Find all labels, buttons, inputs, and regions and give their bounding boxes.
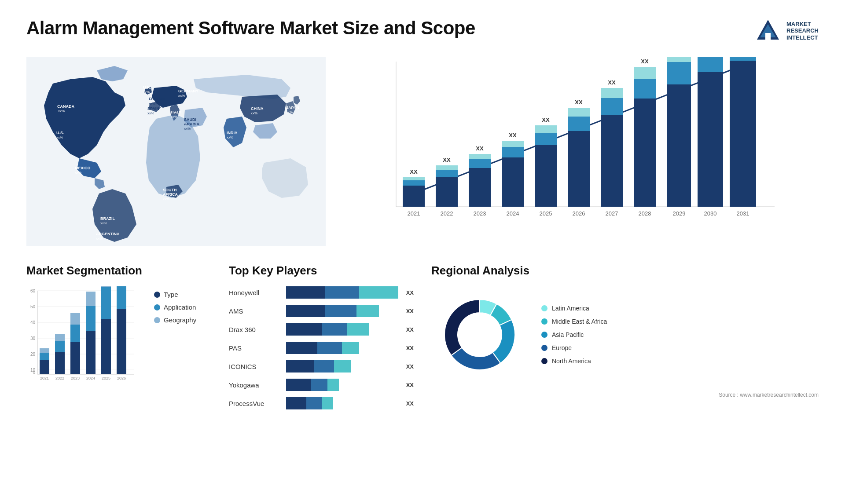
svg-rect-76	[634, 79, 656, 99]
svg-text:2021: 2021	[408, 210, 420, 217]
svg-rect-114	[55, 341, 65, 352]
svg-rect-111	[40, 348, 49, 353]
svg-rect-67	[568, 108, 590, 117]
svg-rect-130	[117, 286, 126, 309]
legend-label-geo: Geography	[164, 316, 196, 324]
svg-rect-71	[601, 98, 623, 115]
svg-rect-40	[403, 186, 425, 207]
svg-text:xx%: xx%	[227, 135, 233, 139]
seg-bars-container: 60 50 40 30 20 10 0	[26, 286, 141, 401]
regional-section: Regional Analysis Latin AmericaMiddle Ea…	[431, 264, 819, 409]
svg-rect-113	[55, 352, 65, 374]
svg-rect-122	[86, 306, 96, 331]
svg-text:XX: XX	[476, 145, 484, 152]
svg-rect-82	[667, 57, 691, 62]
key-players-title: Top Key Players	[229, 264, 414, 278]
svg-text:xx%: xx%	[251, 111, 257, 115]
legend-dot-type	[154, 292, 160, 298]
player-bar-seg2	[325, 286, 359, 299]
player-bar-container	[286, 323, 398, 336]
svg-text:2025: 2025	[540, 210, 552, 217]
svg-rect-57	[502, 141, 524, 147]
svg-text:MEXICO: MEXICO	[75, 166, 91, 170]
svg-text:60: 60	[30, 289, 36, 293]
svg-rect-45	[436, 177, 458, 207]
legend-dot-app	[154, 304, 160, 310]
svg-text:xx%: xx%	[56, 135, 63, 139]
svg-text:2026: 2026	[573, 210, 585, 217]
regional-legend-dot	[541, 332, 547, 338]
seg-legend: Type Application Geography	[154, 291, 196, 324]
svg-rect-119	[70, 313, 80, 325]
svg-text:2022: 2022	[441, 210, 453, 217]
svg-text:2022: 2022	[55, 376, 64, 380]
player-bar-seg2	[317, 342, 342, 354]
player-name: PAS	[229, 344, 282, 352]
map-container: CANADA xx% U.S. xx% MEXICO xx% BRAZIL xx…	[26, 57, 326, 246]
player-bar-seg1	[286, 379, 311, 391]
svg-rect-41	[403, 180, 425, 186]
regional-legend-dot	[541, 345, 547, 351]
player-bar-container	[286, 397, 398, 409]
svg-text:SOUTH: SOUTH	[163, 188, 177, 192]
svg-rect-65	[568, 131, 590, 207]
svg-text:xx%: xx%	[96, 237, 103, 241]
svg-rect-75	[634, 99, 656, 207]
key-players-section: Top Key Players HoneywellXXAMSXXDrax 360…	[229, 264, 414, 409]
source-text: Source : www.marketresearchintellect.com	[431, 392, 819, 398]
legend-label-type: Type	[164, 291, 178, 298]
regional-legend-dot	[541, 358, 547, 364]
svg-rect-118	[70, 325, 80, 342]
page-wrapper: Alarm Management Software Market Size an…	[0, 0, 845, 504]
svg-text:XX: XX	[443, 157, 451, 163]
donut-area: Latin AmericaMiddle East & AfricaAsia Pa…	[431, 286, 819, 383]
svg-text:2024: 2024	[86, 376, 95, 380]
svg-text:xx%: xx%	[58, 109, 65, 113]
player-bar-seg3	[322, 397, 333, 409]
player-bar-label: XX	[406, 289, 414, 296]
legend-dot-geo	[154, 317, 160, 323]
svg-rect-77	[634, 67, 656, 79]
svg-text:ARGENTINA: ARGENTINA	[96, 232, 120, 236]
segmentation-section: Market Segmentation 60 50 40 30 20 10 0	[26, 264, 211, 409]
player-name: Drax 360	[229, 326, 282, 333]
svg-text:xx%: xx%	[171, 115, 177, 119]
svg-text:GERMANY: GERMANY	[178, 89, 198, 93]
svg-rect-89	[730, 61, 756, 207]
header: Alarm Management Software Market Size an…	[26, 18, 819, 44]
svg-text:SAUDI: SAUDI	[184, 117, 196, 122]
svg-rect-61	[535, 133, 557, 145]
svg-text:AFRICA: AFRICA	[163, 192, 178, 197]
svg-rect-52	[469, 154, 491, 159]
svg-text:xx%: xx%	[143, 90, 150, 94]
svg-rect-125	[101, 319, 111, 374]
svg-text:FRANCE: FRANCE	[149, 97, 165, 101]
svg-text:50: 50	[30, 304, 36, 309]
players-list: HoneywellXXAMSXXDrax 360XXPASXXICONICSXX…	[229, 286, 414, 409]
svg-rect-85	[698, 72, 723, 207]
svg-text:ARABIA: ARABIA	[184, 122, 199, 126]
donut-chart	[431, 286, 528, 383]
logo-text: MARKET RESEARCH INTELLECT	[786, 21, 819, 41]
player-bar-label: XX	[406, 363, 414, 370]
svg-text:ITALY: ITALY	[171, 110, 182, 114]
logo-area: MARKET RESEARCH INTELLECT	[755, 18, 819, 44]
player-bar-seg2	[314, 360, 334, 373]
svg-text:XX: XX	[575, 99, 583, 106]
player-row: PASXX	[229, 342, 414, 354]
svg-text:XX: XX	[608, 79, 616, 86]
player-row: YokogawaXX	[229, 379, 414, 391]
svg-rect-121	[86, 331, 96, 374]
player-bar-container	[286, 379, 398, 391]
regional-legend: Latin AmericaMiddle East & AfricaAsia Pa…	[541, 305, 607, 365]
player-bar-label: XX	[406, 326, 414, 333]
growth-chart-container: XX 2021 XX 2022 XX 2023	[343, 57, 819, 246]
svg-rect-2	[765, 33, 771, 40]
player-bar-seg3	[347, 323, 369, 336]
svg-rect-81	[667, 62, 691, 84]
player-bar-seg3	[359, 286, 398, 299]
player-bar-label: XX	[406, 345, 414, 351]
svg-rect-56	[502, 147, 524, 157]
player-row: AMSXX	[229, 305, 414, 317]
player-name: ICONICS	[229, 363, 282, 370]
